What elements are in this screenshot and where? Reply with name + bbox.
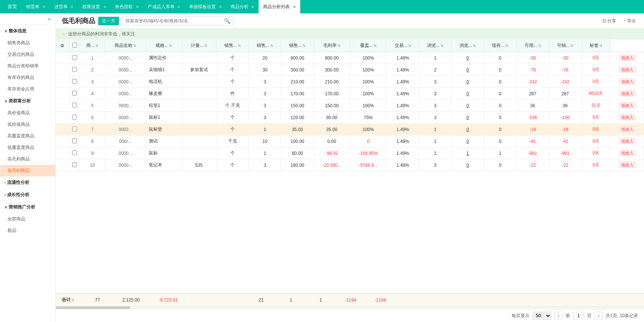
sidebar-group-growth[interactable]: › 成长性分析 <box>0 189 55 201</box>
prev-page-btn[interactable]: ‹ <box>554 312 563 320</box>
search-input[interactable] <box>125 18 224 23</box>
sidebar-item-low-margin[interactable]: 低毛利商品 <box>0 165 55 176</box>
col-sales-amount[interactable]: 销售...⇅ <box>281 39 314 52</box>
row-name[interactable]: 笔记本 <box>146 159 182 171</box>
col-code[interactable]: 商...⇅ <box>80 39 105 52</box>
row-checkbox[interactable] <box>72 79 77 84</box>
col-sales-qty[interactable]: 销售...⇅ <box>216 39 249 52</box>
search-icon[interactable]: 🔍 <box>224 18 230 24</box>
col-name[interactable]: 商品名称⇅ <box>105 39 146 52</box>
row-browse1[interactable]: 0 <box>452 88 484 100</box>
nav-purchase[interactable]: 进货单 ✕ <box>50 0 78 13</box>
row-browse1[interactable]: 0 <box>452 64 484 76</box>
row-name[interactable]: 橡皮擦 <box>146 88 182 100</box>
col-browse2[interactable]: 浏览...⇅ <box>452 39 484 52</box>
row-name[interactable]: 属性定价 <box>146 52 182 64</box>
row-checkbox[interactable] <box>72 91 77 96</box>
per-page-select[interactable]: 50 100 200 <box>532 312 551 320</box>
sidebar-item-high-margin[interactable]: 高毛利商品 <box>0 153 55 165</box>
next-page-btn[interactable]: › <box>595 312 603 320</box>
col-checkbox[interactable] <box>69 39 80 52</box>
row-checkbox-cell[interactable] <box>69 112 80 124</box>
row-browse1[interactable]: 0 <box>452 52 484 64</box>
nav-close-template[interactable]: ✕ <box>219 5 222 9</box>
col-saleable[interactable]: 可销...⇅ <box>549 39 581 52</box>
nav-product-analysis-list[interactable]: 商品分析列表 ✕ <box>259 0 300 13</box>
row-checkbox-cell[interactable] <box>69 124 80 136</box>
nav-close-purchase[interactable]: ✕ <box>70 5 73 9</box>
col-sales-price[interactable]: 销售...⇅ <box>249 39 281 52</box>
col-settings[interactable]: ⚙ <box>56 39 69 52</box>
row-checkbox[interactable] <box>72 127 77 131</box>
sidebar-item-all-products[interactable]: 全部商品 <box>0 213 55 225</box>
sidebar-item-high-coverage[interactable]: 高覆盖度商品 <box>0 130 55 142</box>
sidebar-group-overall[interactable]: ∨ 整体信息 <box>0 25 55 37</box>
nav-product-entry[interactable]: 产成品入库单 ✕ <box>143 0 185 13</box>
sidebar-item-category-sales-rate[interactable]: 商品分类助销率 <box>0 60 55 72</box>
row-checkbox[interactable] <box>72 55 77 60</box>
sidebar-group-cluster[interactable]: ∨ 类群富分析 <box>0 95 55 107</box>
row-checkbox[interactable] <box>72 162 77 167</box>
col-coverage[interactable]: 覆盖...⇅ <box>350 39 387 52</box>
nav-template[interactable]: 单据模板设置 ✕ <box>185 0 226 13</box>
col-spec[interactable]: 规格...⇅ <box>146 39 182 52</box>
col-tag[interactable]: 标签⇅ <box>581 39 611 52</box>
row-name[interactable]: 电话机 <box>146 76 182 88</box>
sidebar-item-sales-products[interactable]: 销售类商品 <box>0 37 55 49</box>
col-transaction[interactable]: 交易...⇅ <box>387 39 419 52</box>
row-checkbox-cell[interactable] <box>69 136 80 147</box>
row-checkbox[interactable] <box>72 138 77 143</box>
sidebar-item-high-value[interactable]: 高价值商品 <box>0 107 55 119</box>
row-checkbox[interactable] <box>72 115 77 119</box>
row-name[interactable]: 鼠标 <box>146 147 182 159</box>
row-checkbox[interactable] <box>72 150 77 155</box>
row-browse1[interactable]: 0 <box>452 124 484 136</box>
sidebar-item-stock-capital[interactable]: 库存资金占用 <box>0 83 55 95</box>
row-checkbox-cell[interactable] <box>69 88 80 100</box>
date-filter-button[interactable]: 近一月 <box>98 17 119 25</box>
sidebar-group-marketing[interactable]: ∨ 营销推广分析 <box>0 201 55 213</box>
col-gross-margin[interactable]: 毛利率⇅ <box>314 39 350 52</box>
col-unit[interactable]: 计量...⇅ <box>182 39 216 52</box>
row-browse1[interactable]: 0 <box>452 159 484 171</box>
export-button[interactable]: ↑ 导出 <box>621 17 638 25</box>
nav-close-sales[interactable]: ✕ <box>42 5 45 9</box>
row-name[interactable]: 测试 <box>146 136 182 147</box>
nav-close-permissions[interactable]: ✕ <box>103 5 106 9</box>
row-checkbox-cell[interactable] <box>69 64 80 76</box>
share-button[interactable]: ⊡ 分享 <box>600 17 618 25</box>
sidebar-item-low-coverage[interactable]: 低覆盖度商品 <box>0 142 55 153</box>
nav-close-roles[interactable]: ✕ <box>136 5 139 9</box>
sidebar-item-in-stock-products[interactable]: 有库存的商品 <box>0 72 55 83</box>
row-name[interactable]: 鼠标垫 <box>146 124 182 136</box>
row-checkbox-cell[interactable] <box>69 100 80 112</box>
nav-close-product-analysis-list[interactable]: ✕ <box>293 5 296 9</box>
col-browse1[interactable]: 浏览...⇅ <box>419 39 451 52</box>
row-checkbox-cell[interactable] <box>69 147 80 159</box>
sidebar-item-traded-products[interactable]: 交易过的商品 <box>0 49 55 60</box>
row-browse1[interactable]: 0 <box>452 136 484 147</box>
page-number-input[interactable] <box>573 312 584 319</box>
nav-home[interactable]: 首页 <box>3 0 22 13</box>
sidebar-item-low-value[interactable]: 低价值商品 <box>0 119 55 130</box>
nav-close-product-entry[interactable]: ✕ <box>177 5 180 9</box>
row-name[interactable]: 吴细细1 <box>146 64 182 76</box>
row-checkbox-cell[interactable] <box>69 76 80 88</box>
sidebar-collapse-btn[interactable]: « <box>0 13 55 25</box>
sidebar-item-new-products[interactable]: 新品 <box>0 225 55 236</box>
row-checkbox-cell[interactable] <box>69 159 80 171</box>
col-current-stock[interactable]: 现有...⇅ <box>484 39 516 52</box>
sidebar-group-liquidity[interactable]: › 流通性分析 <box>0 176 55 189</box>
row-name[interactable]: 鼠标1 <box>146 112 182 124</box>
nav-sales[interactable]: 销货单 ✕ <box>22 0 50 13</box>
row-browse1[interactable]: 0 <box>452 112 484 124</box>
row-browse1[interactable]: 1 <box>452 147 484 159</box>
nav-close-product-analysis[interactable]: ✕ <box>251 5 254 9</box>
select-all-checkbox[interactable] <box>72 43 77 48</box>
row-checkbox[interactable] <box>72 67 77 72</box>
row-checkbox-cell[interactable] <box>69 52 80 64</box>
col-available[interactable]: 可用...⇅ <box>516 39 549 52</box>
nav-product-analysis[interactable]: 商品分析 ✕ <box>226 0 259 13</box>
nav-permissions[interactable]: 权限设置 ✕ <box>78 0 110 13</box>
row-browse1[interactable]: 0 <box>452 76 484 88</box>
